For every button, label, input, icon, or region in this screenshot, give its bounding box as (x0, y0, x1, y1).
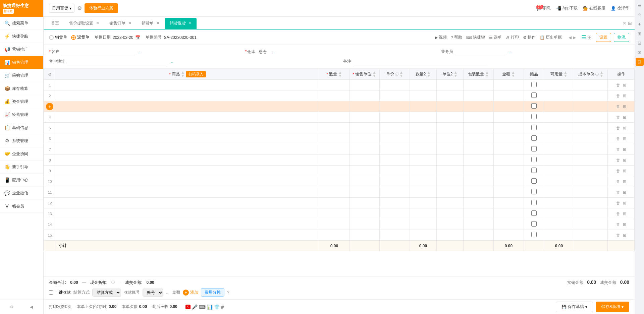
save-new-btn[interactable]: 保存&新增 ▾ (596, 302, 629, 312)
print-btn[interactable]: 🖨 打印 (506, 35, 519, 40)
copy-row-btn-8[interactable]: ⊞ (622, 157, 627, 163)
tab-sales-delivery[interactable]: 销货单 ✕ (137, 18, 164, 29)
gift-checkbox-2[interactable] (531, 92, 537, 98)
gift-checkbox-7[interactable] (531, 146, 537, 151)
copy-row-btn-4[interactable]: ⊞ (622, 114, 627, 120)
number-icon[interactable]: # (221, 304, 224, 310)
settings-gear-icon[interactable]: ⚙ (77, 5, 82, 11)
prev-record-icon[interactable]: ◀ (569, 35, 572, 40)
tab-return-close-icon[interactable]: ✕ (189, 21, 192, 25)
price-cell[interactable] (380, 80, 410, 90)
copy-row-btn-10[interactable]: ⊞ (622, 179, 627, 185)
copy-row-btn-12[interactable]: ⊞ (622, 200, 627, 206)
right-icon-2[interactable]: ☆ (636, 11, 644, 19)
online-service-btn[interactable]: 💁 在线客服 (583, 5, 605, 11)
delete-row-btn-10[interactable]: 🗑 (615, 179, 621, 185)
sidebar-item-newuser[interactable]: 👋 新手引导 (0, 161, 43, 174)
discount-info-icon[interactable]: ⓘ (111, 280, 115, 285)
tab-delivery-close-icon[interactable]: ✕ (156, 21, 160, 25)
settings-side-btn[interactable]: 设置 (596, 33, 611, 42)
product-cell-5[interactable] (56, 123, 319, 133)
tab-home[interactable]: 首页 (46, 18, 64, 29)
product-sort-icon[interactable]: ▲▼ (181, 71, 185, 77)
gift-checkbox-12[interactable] (531, 200, 537, 205)
copy-row-btn-11[interactable]: ⊞ (622, 189, 627, 195)
avail-cell[interactable] (544, 80, 574, 90)
close-all-tabs-icon[interactable]: ✕ (623, 20, 627, 26)
sidebar-item-system[interactable]: ⚙ 系统管理 (0, 134, 43, 147)
copy-row-btn-2[interactable]: ⊞ (622, 93, 627, 99)
gift-checkbox-11[interactable] (531, 189, 537, 194)
gift-cell[interactable] (524, 80, 544, 90)
copy-row-btn-1[interactable]: ⊞ (622, 82, 627, 88)
tab-sales-order[interactable]: 销售订单 ✕ (105, 18, 136, 29)
copy-row-btn-3[interactable]: ⊞ (622, 104, 627, 110)
shirt-icon[interactable]: 👕 (214, 304, 220, 310)
warehouse-dots[interactable]: ... (271, 50, 275, 54)
cost-cell[interactable] (574, 80, 608, 90)
customer-dots[interactable]: ... (139, 50, 142, 54)
module-selector[interactable]: 日用百货 ▾ (49, 4, 74, 13)
product-cell-9[interactable] (56, 166, 319, 176)
product-cell-11[interactable] (56, 187, 319, 198)
right-icon-3[interactable]: ✦ (636, 20, 644, 28)
save-draft-btn[interactable]: 💾 保存草稿 ▾ (556, 302, 593, 312)
gift-checkbox-6[interactable] (531, 135, 537, 141)
salesperson-input[interactable] (455, 48, 505, 55)
unit-cell[interactable] (350, 80, 380, 90)
copy-row-btn-6[interactable]: ⊞ (622, 136, 627, 142)
gift-checkbox-14[interactable] (531, 221, 537, 227)
copy-row-btn-9[interactable]: ⊞ (622, 168, 627, 174)
address-dots[interactable]: ... (171, 59, 174, 64)
tab-order-close-icon[interactable]: ✕ (128, 21, 131, 25)
cost-price-info-icon[interactable]: ⓘ (595, 72, 599, 77)
grid-view-icon[interactable]: ⊞ (587, 34, 592, 41)
gift-checkbox-5[interactable] (531, 125, 537, 130)
copy-row-btn-15[interactable]: ⊞ (622, 232, 627, 238)
sidebar-item-appcenter[interactable]: 📱 应用中心 (0, 174, 43, 187)
delete-row-btn-6[interactable]: 🗑 (615, 136, 621, 142)
pack-cell[interactable] (464, 80, 494, 90)
video-btn[interactable]: ▶ 视频 (435, 35, 447, 40)
table-icon[interactable]: 📊 (207, 304, 213, 310)
payment-checkbox-input[interactable] (49, 290, 53, 295)
delete-row-btn-7[interactable]: 🗑 (615, 146, 621, 152)
unit2-cell[interactable] (437, 80, 464, 90)
one-click-payment-checkbox[interactable]: 一键收款 (49, 290, 71, 295)
delete-row-btn-14[interactable]: 🗑 (615, 222, 621, 228)
history-btn[interactable]: 📋 历史单据 (540, 35, 562, 40)
radio-delivery[interactable]: 销货单 (49, 35, 67, 40)
delete-row-btn-4[interactable]: 🗑 (615, 114, 621, 120)
sidebar-item-vip[interactable]: V 畅会员 (0, 200, 43, 213)
sidebar-settings-btn[interactable]: ⚙ (3, 303, 21, 311)
salesperson-dots[interactable]: ... (509, 50, 512, 54)
product-cell-14[interactable] (56, 219, 319, 230)
user-avatar[interactable]: 👤 徐泽华 (611, 5, 629, 11)
scan-input-btn[interactable]: 扫码录入 (186, 71, 206, 77)
delete-row-btn-13[interactable]: 🗑 (615, 211, 621, 217)
sidebar-item-purchase[interactable]: 🛒 采购管理 (0, 69, 43, 82)
pack-sort-icon[interactable]: ▲▼ (485, 71, 489, 77)
calendar-icon[interactable]: 📅 (135, 35, 140, 40)
product-cell-7[interactable] (56, 144, 319, 155)
delete-row-btn-2[interactable]: 🗑 (615, 93, 621, 99)
tab-sales-return[interactable]: 销货退货 ✕ (165, 18, 197, 29)
sidebar-collapse-btn[interactable]: ◀ (22, 303, 41, 311)
address-input[interactable] (67, 58, 168, 65)
product-cell-15[interactable] (56, 230, 319, 241)
sidebar-item-basic[interactable]: 📋 基础信息 (0, 121, 43, 134)
delete-row-btn-3[interactable]: 🗑 (615, 104, 621, 110)
right-icon-5[interactable]: ⊟ (636, 39, 644, 47)
experience-btn[interactable]: 体验行业方案 (85, 3, 118, 13)
next-record-icon[interactable]: ▶ (573, 35, 576, 40)
qty2-sort-icon[interactable]: ▲▼ (427, 71, 431, 77)
gift-checkbox-9[interactable] (531, 168, 537, 173)
delete-row-btn-15[interactable]: 🗑 (615, 232, 621, 238)
delete-row-btn-9[interactable]: 🗑 (615, 168, 621, 174)
select-btn[interactable]: ☰ 选单 (489, 35, 502, 40)
gift-checkbox-1[interactable] (531, 82, 537, 87)
product-cell-6[interactable] (56, 133, 319, 144)
qty2-cell[interactable] (410, 80, 437, 90)
product-cell-4[interactable] (56, 112, 319, 123)
copy-row-btn-13[interactable]: ⊞ (622, 211, 627, 217)
